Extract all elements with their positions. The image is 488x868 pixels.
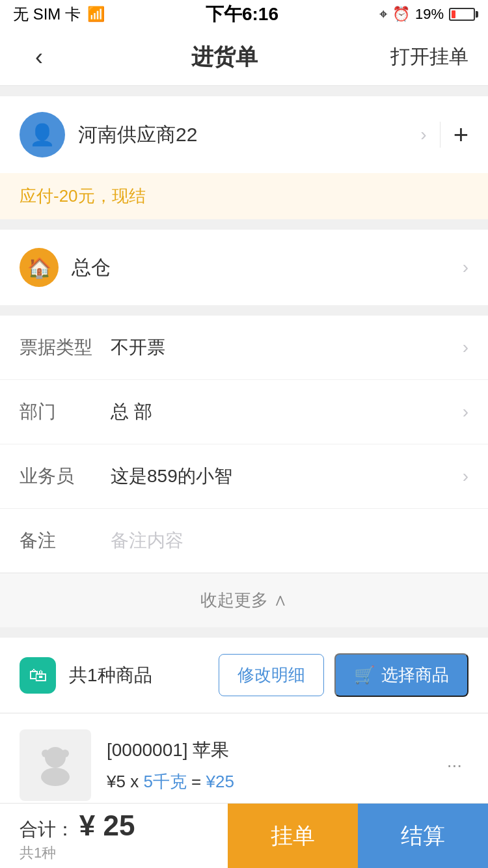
chevron-right-icon: › — [420, 124, 426, 145]
quantity: 5千克 — [143, 772, 186, 791]
product-header: 🛍 共1种商品 修改明细 🛒 选择商品 — [0, 638, 488, 712]
product-info: [0000001] 苹果 ¥5 x 5千克 = ¥25 — [107, 738, 441, 793]
warehouse-section[interactable]: 🏠 总仓 › — [0, 230, 488, 305]
product-thumbnail — [20, 729, 91, 801]
product-thumb-icon — [29, 739, 81, 791]
back-button[interactable]: ‹ — [20, 38, 59, 77]
select-product-button[interactable]: 🛒 选择商品 — [334, 653, 468, 697]
svg-point-3 — [41, 768, 70, 786]
department-row[interactable]: 部门 总 部 › — [0, 380, 488, 444]
product-count-text: 共1种商品 — [69, 663, 219, 688]
chevron-right-icon: › — [463, 337, 468, 358]
status-time: 下午6:16 — [206, 2, 278, 27]
status-left: 无 SIM 卡 📶 — [13, 4, 105, 25]
chevron-right-icon: › — [463, 257, 468, 278]
battery-icon — [449, 8, 475, 21]
avatar-icon: 👤 — [29, 122, 55, 147]
invoice-type-row[interactable]: 票据类型 不开票 › — [0, 316, 488, 380]
invoice-type-label: 票据类型 — [20, 335, 98, 360]
svg-point-1 — [42, 750, 49, 757]
collapse-button[interactable]: 收起更多 ∧ — [0, 573, 488, 627]
department-value: 总 部 — [98, 400, 463, 424]
supplier-name: 河南供应商22 — [78, 122, 420, 148]
cart-icon: 🛒 — [354, 665, 375, 685]
total-amount: ¥ 25 — [79, 809, 135, 841]
alarm-icon: ⏰ — [392, 6, 410, 23]
svg-point-0 — [45, 747, 66, 768]
bag-icon: 🛍 — [29, 664, 47, 686]
warehouse-icon: 🏠 — [20, 248, 59, 287]
status-bar: 无 SIM 卡 📶 下午6:16 ⌖ ⏰ 19% — [0, 0, 488, 29]
warehouse-name: 总仓 — [72, 254, 463, 281]
equals-symbol: = — [191, 772, 206, 791]
select-product-label: 选择商品 — [381, 664, 449, 686]
product-menu-button[interactable]: ··· — [441, 748, 468, 782]
carrier-text: 无 SIM 卡 — [13, 4, 81, 25]
form-section: 票据类型 不开票 › 部门 总 部 › 业务员 这是859的小智 › 备注 备注… — [0, 316, 488, 573]
svg-point-2 — [61, 750, 69, 757]
warehouse-row[interactable]: 🏠 总仓 › — [0, 230, 488, 305]
remark-placeholder: 备注内容 — [98, 528, 468, 553]
status-right: ⌖ ⏰ 19% — [379, 6, 475, 23]
add-supplier-button[interactable]: + — [454, 120, 468, 150]
remark-label: 备注 — [20, 528, 98, 553]
unit-price: ¥5 — [107, 772, 126, 791]
alert-banner: 应付-20元，现结 — [0, 173, 488, 219]
footer: 合计： ¥ 25 共1种 挂单 结算 — [0, 803, 488, 868]
battery-percent: 19% — [415, 6, 444, 23]
item-total: ¥25 — [206, 772, 234, 791]
nav-bar: ‹ 进货单 打开挂单 — [0, 29, 488, 86]
open-pending-button[interactable]: 打开挂单 — [390, 44, 468, 70]
settle-button[interactable]: 结算 — [358, 804, 488, 869]
page-title: 进货单 — [191, 42, 258, 72]
chevron-right-icon: › — [463, 466, 468, 487]
supplier-section: 👤 河南供应商22 › + 应付-20元，现结 — [0, 96, 488, 219]
salesperson-value: 这是859的小智 — [98, 464, 463, 489]
multiply-symbol: x — [130, 772, 143, 791]
wifi-icon: 📶 — [87, 6, 105, 23]
supplier-avatar: 👤 — [20, 112, 65, 157]
product-count-icon: 🛍 — [20, 657, 56, 694]
supplier-row[interactable]: 👤 河南供应商22 › + — [0, 96, 488, 173]
salesperson-row[interactable]: 业务员 这是859的小智 › — [0, 444, 488, 509]
vertical-divider — [440, 122, 441, 148]
total-sub: 共1种 — [20, 843, 208, 863]
chevron-right-icon: › — [463, 401, 468, 422]
product-item: [0000001] 苹果 ¥5 x 5千克 = ¥25 ··· — [0, 714, 488, 817]
salesperson-label: 业务员 — [20, 464, 98, 489]
footer-total: 合计： ¥ 25 共1种 — [0, 809, 228, 863]
suspend-button[interactable]: 挂单 — [228, 804, 358, 869]
product-name: [0000001] 苹果 — [107, 738, 441, 763]
modify-detail-button[interactable]: 修改明细 — [219, 654, 324, 696]
supplier-actions: › + — [420, 120, 468, 150]
department-label: 部门 — [20, 400, 98, 424]
location-icon: ⌖ — [379, 6, 387, 23]
total-label: 合计： — [20, 819, 74, 839]
product-price: ¥5 x 5千克 = ¥25 — [107, 770, 441, 793]
invoice-type-value: 不开票 — [98, 335, 463, 360]
remark-row[interactable]: 备注 备注内容 — [0, 509, 488, 573]
